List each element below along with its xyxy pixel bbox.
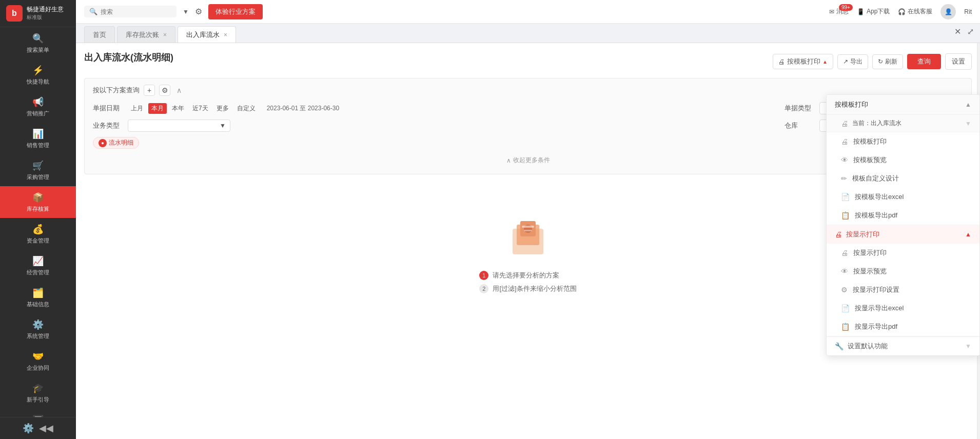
collapse-up-icon: ∧ [506, 157, 511, 164]
display-print-settings-item[interactable]: ⚙ 按显示打印设置 [827, 281, 979, 299]
sidebar-item-basic[interactable]: 🗂️ 基础信息 [0, 282, 76, 313]
filter-tag-label: 流水明细 [109, 138, 133, 147]
user-avatar[interactable]: 👤 [940, 4, 956, 19]
sidebar-label-sales: 销售管理 [27, 142, 49, 149]
sidebar-item-search[interactable]: 🔍 搜索菜单 [0, 27, 76, 59]
date-opt-custom[interactable]: 自定义 [234, 103, 259, 114]
refresh-icon: ↻ [878, 58, 883, 65]
date-opt-last-month[interactable]: 上月 [128, 103, 146, 114]
template-preview-item[interactable]: 👁 按模板预览 [827, 151, 979, 169]
app-sub: 标准版 [27, 14, 64, 21]
sidebar-item-guide[interactable]: 🎓 新手引导 [0, 377, 76, 409]
step-1-label: 请先选择要分析的方案 [493, 271, 559, 280]
tab-home[interactable]: 首页 [84, 26, 115, 43]
sidebar-item-apps[interactable]: 🔲 应用中心 [0, 409, 76, 417]
search-icon: 🔍 [32, 33, 44, 44]
topbar-dropdown-icon[interactable]: ▼ [183, 8, 189, 15]
date-opt-this-year[interactable]: 本年 [169, 103, 187, 114]
preview-icon: 👁 [841, 156, 848, 164]
pdf-icon-2: 📋 [841, 323, 850, 331]
filter-add-btn[interactable]: + [144, 85, 155, 96]
date-opt-last7[interactable]: 近7天 [189, 103, 211, 114]
sidebar-label-basic: 基础信息 [27, 301, 49, 308]
search-input[interactable] [101, 8, 171, 15]
template-excel-item[interactable]: 📄 按模板导出excel [827, 188, 979, 206]
msg-icon: ✉ [829, 8, 834, 15]
step-num-2: 2 [479, 284, 488, 293]
industry-btn[interactable]: 体验行业方案 [208, 4, 263, 19]
display-preview-item[interactable]: 👁 按显示预览 [827, 262, 979, 281]
sidebar-item-marketing[interactable]: 📢 营销推广 [0, 91, 76, 123]
sidebar-label-finance: 资金管理 [27, 237, 49, 245]
page-content: 出入库流水(流水明细) 🖨 按模板打印 ▲ ↗ 导出 ↻ 刷新 查询 设置 [76, 43, 980, 439]
chevron-down-icon-biz: ▼ [220, 122, 226, 129]
username[interactable]: Rit [964, 8, 972, 15]
tab-label-flow: 出入库流水 [186, 30, 220, 39]
app-download-btn[interactable]: 📱 App下载 [857, 7, 890, 16]
template-custom-item[interactable]: ✏ 模板自定义设计 [827, 169, 979, 188]
tab-close-flow[interactable]: × [224, 31, 227, 38]
sidebar-settings-icon[interactable]: ⚙️ [23, 423, 34, 434]
pdf-icon-1: 📋 [841, 211, 850, 220]
sidebar-item-inventory[interactable]: 📦 库存核算 [0, 186, 76, 218]
template-print-label: 按模板打印 [853, 137, 971, 146]
template-custom-label: 模板自定义设计 [852, 174, 971, 183]
topbar-gear-icon[interactable]: ⚙ [195, 7, 202, 16]
display-print-icon: 🖨 [835, 230, 842, 238]
query-btn[interactable]: 查询 [907, 54, 941, 69]
display-excel-item[interactable]: 📄 按显示导出excel [827, 299, 979, 317]
tab-flow[interactable]: 出入库流水× [178, 26, 236, 43]
date-opt-more[interactable]: 更多 [213, 103, 232, 114]
display-print-item[interactable]: 🖨 按显示打印 [827, 244, 979, 262]
filter-tag[interactable]: ● 流水明细 [93, 137, 139, 149]
sidebar-item-quick[interactable]: ⚡ 快捷导航 [0, 59, 76, 91]
sidebar-item-operation[interactable]: 📈 经营管理 [0, 250, 76, 282]
template-print-item[interactable]: 🖨 按模板打印 [827, 132, 979, 151]
sidebar-item-sales[interactable]: 📊 销售管理 [0, 123, 76, 154]
page-actions: 🖨 按模板打印 ▲ ↗ 导出 ↻ 刷新 查询 设置 [773, 53, 972, 70]
service-btn[interactable]: 🎧 在线客服 [898, 7, 932, 16]
biz-type-select[interactable]: ▼ [128, 119, 230, 132]
operation-icon: 📈 [32, 255, 44, 267]
sidebar-collapse-icon[interactable]: ◀◀ [39, 423, 53, 434]
tab-close-btn[interactable]: ✕ [952, 25, 963, 38]
sidebar-item-coop[interactable]: 🤝 企业协同 [0, 345, 76, 377]
tab-maximize-btn[interactable]: ⤢ [965, 25, 976, 38]
sidebar-item-finance[interactable]: 💰 资金管理 [0, 218, 76, 250]
tab-close-batch[interactable]: × [163, 31, 167, 38]
date-range: 2023-06-01 至 2023-06-30 [267, 104, 339, 113]
service-label: 在线客服 [908, 7, 932, 16]
filter-collapse-btn[interactable]: ∧ [177, 86, 182, 94]
biz-type-label: 业务类型 [93, 121, 124, 130]
display-print-subheader[interactable]: 🖨 按显示打印 ▲ [827, 225, 979, 244]
finance-icon: 💰 [32, 224, 44, 235]
empty-step-2: 2 用[过滤]条件来缩小分析范围 [479, 284, 576, 293]
doc-type-label: 单据类型 [785, 104, 815, 113]
filter-settings-btn[interactable]: ⚙ [159, 85, 170, 96]
sidebar-label-purchase: 采购管理 [27, 173, 49, 181]
msg-btn[interactable]: ✉ 消息 99+ [829, 7, 849, 16]
sidebar-item-system[interactable]: ⚙️ 系统管理 [0, 313, 76, 345]
template-pdf-label: 按模板导出pdf [855, 211, 971, 220]
topbar-search-box[interactable]: 🔍 [84, 6, 177, 17]
dropdown-collapse-icon[interactable]: ▲ [965, 101, 971, 108]
display-pdf-item[interactable]: 📋 按显示导出pdf [827, 317, 979, 336]
dropdown-header-title: 按模板打印 [835, 100, 868, 109]
date-options: 上月 本月 本年 近7天 更多 自定义 [128, 103, 259, 114]
refresh-btn[interactable]: ↻ 刷新 [872, 54, 903, 69]
sidebar: b 畅捷通好生意 标准版 🔍 搜索菜单 ⚡ 快捷导航 📢 营销推广 📊 销售管理… [0, 0, 76, 439]
inventory-icon: 📦 [32, 192, 44, 203]
export-btn[interactable]: ↗ 导出 [837, 54, 868, 69]
sidebar-item-purchase[interactable]: 🛒 采购管理 [0, 154, 76, 186]
main-area: 🔍 ▼ ⚙ 体验行业方案 ✉ 消息 99+ 📱 App下载 🎧 在线客服 👤 R… [76, 0, 980, 439]
topbar-right: ✉ 消息 99+ 📱 App下载 🎧 在线客服 👤 Rit [829, 4, 972, 19]
printer-icon: 🖨 [841, 137, 848, 146]
sidebar-bottom: ⚙️ ◀◀ [0, 417, 76, 439]
print-template-btn[interactable]: 🖨 按模板打印 ▲ [773, 54, 833, 69]
template-pdf-item[interactable]: 📋 按模板导出pdf [827, 206, 979, 225]
tab-batch[interactable]: 库存批次账× [117, 26, 175, 43]
date-opt-this-month[interactable]: 本月 [148, 103, 167, 114]
excel-icon-2: 📄 [841, 304, 850, 312]
settings-btn[interactable]: 设置 [945, 53, 972, 70]
dropdown-footer[interactable]: 🔧 设置默认功能 ▼ [827, 336, 979, 355]
